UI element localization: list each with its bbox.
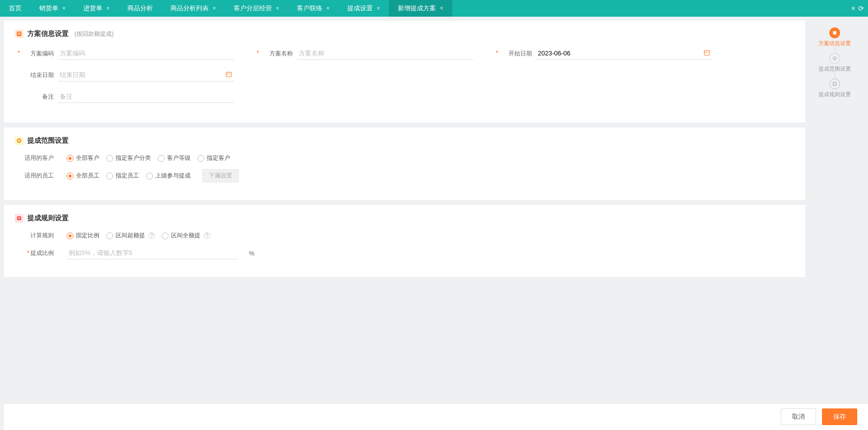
radio-全部员工[interactable]: 全部员工 (67, 172, 99, 180)
footer-bar: 取消 保存 (4, 403, 868, 430)
ratio-label: 提成比例 (15, 249, 54, 257)
radio-区间全额提[interactable]: 区间全额提? (162, 231, 210, 240)
close-icon[interactable]: × (213, 5, 216, 12)
section-scope-title: 提成范围设置 (27, 136, 69, 145)
svg-rect-8 (228, 74, 229, 75)
radio-客户等级[interactable]: 客户等级 (158, 154, 191, 162)
nav-anchor-方案信息设置[interactable]: 方案信息设置 (819, 27, 851, 47)
close-icon[interactable]: × (62, 5, 66, 12)
close-icon[interactable]: × (276, 5, 279, 12)
radio-label: 全部客户 (76, 154, 99, 162)
input-end-date[interactable] (58, 69, 234, 81)
radio-icon (106, 155, 113, 162)
radio-label: 区间全额提 (171, 231, 200, 240)
section-rule: 提成规则设置 计算规则 固定比例区间超额提?区间全额提? 提成比例 % (4, 205, 805, 277)
radio-固定比例[interactable]: 固定比例 (67, 231, 99, 240)
tab-客户联络[interactable]: 客户联络× (288, 0, 338, 17)
radio-icon (162, 232, 169, 239)
label-remark: 备注 (15, 93, 54, 101)
nav-line (835, 73, 835, 78)
nav-circle-icon (829, 78, 840, 89)
radio-label: 客户等级 (167, 154, 191, 162)
calendar-icon[interactable] (225, 71, 232, 79)
radio-上级参与提成[interactable]: 上级参与提成 (146, 172, 191, 180)
tab-进货单[interactable]: 进货单× (74, 0, 119, 17)
label-start-date: 开始日期 (493, 50, 532, 58)
rule-section-icon (15, 214, 24, 223)
nav-line (835, 47, 835, 53)
radio-指定员工[interactable]: 指定员工 (106, 172, 139, 180)
radio-icon (106, 173, 113, 179)
close-icon[interactable]: × (377, 5, 380, 12)
employee-radio-group: 适用的员工 全部员工指定员工上级参与提成下属设置 (15, 169, 795, 182)
tab-label: 客户联络 (297, 4, 322, 13)
label-code: 方案编码 (15, 50, 54, 58)
radio-label: 指定员工 (116, 172, 139, 180)
tab-商品分析[interactable]: 商品分析 (119, 0, 162, 17)
radio-指定客户[interactable]: 指定客户 (197, 154, 230, 162)
radio-icon (67, 155, 73, 162)
input-name[interactable] (297, 47, 473, 60)
svg-point-13 (833, 57, 836, 60)
svg-rect-1 (18, 33, 21, 33)
svg-rect-7 (227, 74, 228, 75)
svg-rect-6 (226, 72, 232, 76)
svg-rect-5 (706, 52, 707, 53)
help-icon[interactable]: ? (148, 232, 155, 239)
customer-group-label: 适用的客户 (15, 154, 54, 162)
section-info-title: 方案信息设置 (27, 29, 69, 38)
customer-radio-group: 适用的客户 全部客户指定客户分类客户等级指定客户 (15, 154, 795, 162)
input-ratio[interactable] (67, 247, 238, 259)
nav-anchor-label: 方案信息设置 (819, 40, 851, 47)
tab-客户分层经营[interactable]: 客户分层经营× (225, 0, 288, 17)
tab-label: 进货单 (83, 4, 102, 13)
close-icon[interactable]: × (440, 5, 443, 12)
close-icon[interactable]: × (106, 5, 110, 12)
radio-icon (67, 232, 73, 239)
radio-指定客户分类[interactable]: 指定客户分类 (106, 154, 151, 162)
subordinate-settings-button: 下属设置 (202, 169, 239, 182)
label-name: 方案名称 (254, 50, 293, 58)
nav-circle-icon (829, 53, 840, 64)
tab-新增提成方案[interactable]: 新增提成方案× (389, 0, 452, 17)
radio-label: 固定比例 (76, 231, 99, 240)
cancel-button[interactable]: 取消 (781, 408, 816, 425)
calc-radio-group: 计算规则 固定比例区间超额提?区间全额提? (15, 231, 795, 240)
tab-销货单[interactable]: 销货单× (30, 0, 74, 17)
tab-提成设置[interactable]: 提成设置× (338, 0, 389, 17)
nav-anchor-提成范围设置[interactable]: 提成范围设置 (819, 53, 851, 73)
help-icon[interactable]: ? (204, 232, 210, 239)
radio-icon (67, 173, 73, 179)
close-all-icon[interactable]: × (851, 4, 855, 12)
radio-label: 上级参与提成 (155, 172, 191, 180)
input-start-date[interactable] (536, 47, 712, 60)
tab-首页[interactable]: 首页 (0, 0, 30, 17)
tab-label: 提成设置 (347, 4, 373, 13)
close-icon[interactable]: × (326, 5, 330, 12)
calendar-icon[interactable] (703, 50, 710, 58)
input-code[interactable] (58, 47, 234, 60)
tab-label: 销货单 (39, 4, 58, 13)
tab-label: 首页 (9, 4, 22, 13)
radio-icon (197, 155, 204, 162)
section-info-subtitle: (按回款额提成) (74, 30, 114, 38)
svg-rect-2 (18, 34, 21, 34)
radio-icon (146, 173, 153, 179)
input-remark[interactable] (58, 90, 234, 103)
tab-bar: 首页销货单×进货单×商品分析商品分析列表×客户分层经营×客户联络×提成设置×新增… (0, 0, 868, 17)
radio-label: 指定客户 (207, 154, 230, 162)
refresh-icon[interactable]: ⟳ (858, 4, 864, 12)
section-scope: 提成范围设置 适用的客户 全部客户指定客户分类客户等级指定客户 适用的员工 全部… (4, 127, 805, 200)
radio-全部客户[interactable]: 全部客户 (67, 154, 99, 162)
radio-icon (106, 232, 113, 239)
radio-label: 全部员工 (76, 172, 99, 180)
radio-区间超额提[interactable]: 区间超额提? (106, 231, 155, 240)
svg-rect-14 (833, 82, 836, 85)
nav-anchor-label: 提成规则设置 (819, 91, 851, 98)
label-end-date: 结束日期 (15, 71, 54, 79)
radio-icon (158, 155, 165, 162)
employee-group-label: 适用的员工 (15, 172, 54, 180)
tab-商品分析列表[interactable]: 商品分析列表× (162, 0, 225, 17)
save-button[interactable]: 保存 (822, 408, 857, 425)
nav-anchor-提成规则设置[interactable]: 提成规则设置 (819, 78, 851, 98)
